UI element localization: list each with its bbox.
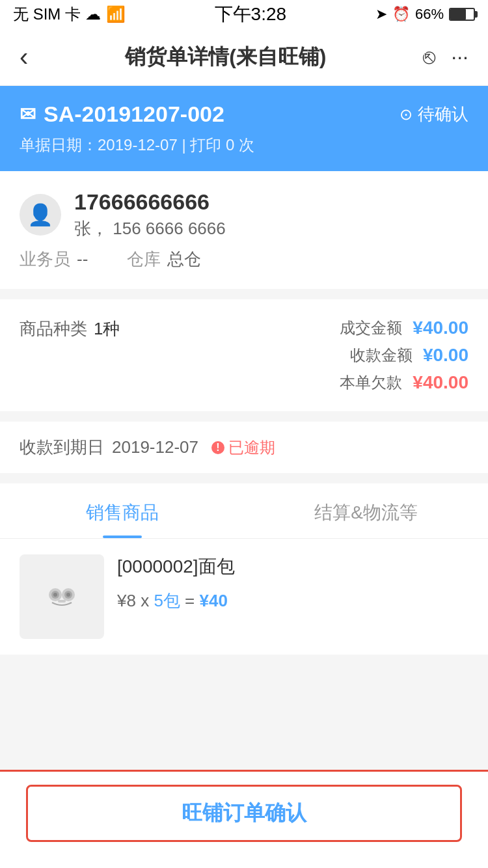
order-id: ✉ SA-20191207-002 — [20, 102, 224, 127]
due-date-card: 收款到期日 2019-12-07 ! 已逾期 — [0, 422, 488, 473]
status-bar-right: ➤ ⏰ 66% — [375, 6, 475, 23]
table-row: [0000002]面包 ¥8 x 5包 = ¥40 — [20, 554, 468, 639]
due-date-value: 2019-12-07 — [112, 437, 198, 457]
tabs: 销售商品 结算&物流等 — [0, 483, 488, 539]
goods-type-value: 1种 — [94, 318, 120, 340]
sales-detail: 业务员 -- — [20, 248, 88, 271]
order-date-label: 单据日期：2019-12-07 — [20, 136, 178, 154]
customer-alt-phone: 156 6666 6666 — [113, 219, 226, 238]
battery-icon — [449, 8, 475, 21]
product-name: [0000002]面包 — [117, 554, 468, 579]
balance-value: ¥40.00 — [413, 372, 468, 393]
transaction-value: ¥40.00 — [413, 318, 468, 338]
wifi-icon: 📶 — [106, 5, 126, 23]
order-icon: ✉ — [20, 103, 36, 126]
svg-point-4 — [53, 593, 57, 597]
location-icon: ➤ — [375, 6, 387, 23]
goods-type-label: 商品种类 — [20, 318, 87, 340]
tab-sales-label: 销售商品 — [86, 502, 159, 522]
clock-icon: ⊙ — [400, 105, 413, 124]
quantity: 5包 — [154, 591, 180, 610]
header-card-top: ✉ SA-20191207-002 ⊙ 待确认 — [20, 102, 468, 127]
due-date-label: 收款到期日 — [20, 436, 104, 459]
summary-left: 商品种类 1种 — [20, 318, 120, 340]
tab-sales-products[interactable]: 销售商品 — [0, 483, 244, 538]
header-card: ✉ SA-20191207-002 ⊙ 待确认 单据日期：2019-12-07 … — [0, 86, 488, 171]
product-info: [0000002]面包 ¥8 x 5包 = ¥40 — [117, 554, 468, 612]
alarm-icon: ⏰ — [392, 6, 410, 23]
summary-card: 商品种类 1种 成交金额 ¥40.00 收款金额 ¥0.00 本单欠款 ¥40.… — [0, 299, 488, 411]
total-amount: ¥40 — [200, 591, 228, 610]
page-title: 销货单详情(来自旺铺) — [125, 43, 326, 72]
customer-info: 17666666666 张， 156 6666 6666 — [74, 189, 226, 240]
bottom-space — [0, 655, 488, 759]
balance-label: 本单欠款 — [340, 372, 402, 393]
status-bar-left: 无 SIM 卡 ☁ 📶 — [13, 4, 126, 25]
status-bar: 无 SIM 卡 ☁ 📶 下午3:28 ➤ ⏰ 66% — [0, 0, 488, 29]
transaction-label: 成交金额 — [340, 318, 402, 338]
customer-name-label: 张， — [74, 219, 108, 238]
svg-rect-6 — [58, 600, 66, 603]
customer-phone: 17666666666 — [74, 189, 226, 215]
tab-settlement-label: 结算&物流等 — [314, 502, 418, 522]
sim-text: 无 SIM 卡 ☁ — [13, 4, 101, 25]
status-text: 待确认 — [418, 103, 468, 126]
warehouse-value: 总仓 — [167, 248, 201, 271]
product-image-icon — [39, 580, 85, 613]
received-label: 收款金额 — [350, 345, 413, 366]
overdue-badge: ! 已逾期 — [211, 437, 275, 458]
meta-separator: | — [182, 136, 190, 154]
customer-card: 👤 17666666666 张， 156 6666 6666 业务员 -- 仓库… — [0, 171, 488, 289]
summary-row: 商品种类 1种 成交金额 ¥40.00 收款金额 ¥0.00 本单欠款 ¥40.… — [20, 318, 468, 393]
avatar-icon: 👤 — [27, 202, 53, 227]
overdue-text: 已逾期 — [228, 437, 275, 458]
battery-text: 66% — [415, 6, 444, 23]
more-options-icon[interactable]: ··· — [451, 45, 468, 69]
sales-label: 业务员 — [20, 248, 70, 271]
tabs-container: 销售商品 结算&物流等 — [0, 483, 488, 539]
customer-details: 业务员 -- 仓库 总仓 — [20, 248, 468, 271]
tab-settlement[interactable]: 结算&物流等 — [244, 483, 488, 538]
order-id-text: SA-20191207-002 — [44, 102, 224, 127]
nav-actions: ⎋ ··· — [423, 45, 468, 69]
unit-price: ¥8 — [117, 591, 136, 610]
status-bar-time: 下午3:28 — [215, 2, 287, 27]
order-status: ⊙ 待确认 — [400, 103, 468, 126]
avatar: 👤 — [20, 194, 61, 236]
customer-header: 👤 17666666666 张， 156 6666 6666 — [20, 189, 468, 240]
warehouse-detail: 仓库 总仓 — [127, 248, 201, 271]
customer-name: 张， 156 6666 6666 — [74, 217, 226, 240]
nav-bar: ‹ 销货单详情(来自旺铺) ⎋ ··· — [0, 29, 488, 86]
product-price: ¥8 x 5包 = ¥40 — [117, 590, 468, 612]
multiply-sign: x — [141, 591, 154, 610]
order-meta: 单据日期：2019-12-07 | 打印 0 次 — [20, 135, 468, 156]
summary-right: 成交金额 ¥40.00 收款金额 ¥0.00 本单欠款 ¥40.00 — [340, 318, 468, 393]
confirm-order-button[interactable]: 旺铺订单确认 — [26, 785, 462, 842]
received-value: ¥0.00 — [423, 345, 468, 366]
transaction-amount-row: 成交金额 ¥40.00 — [340, 318, 468, 338]
product-thumbnail — [20, 554, 104, 639]
back-button[interactable]: ‹ — [20, 42, 28, 72]
svg-point-5 — [66, 593, 70, 597]
overdue-icon: ! — [211, 441, 224, 454]
balance-amount-row: 本单欠款 ¥40.00 — [340, 372, 468, 393]
share-icon[interactable]: ⎋ — [423, 45, 435, 69]
warehouse-label: 仓库 — [127, 248, 161, 271]
order-print-label: 打印 0 次 — [190, 136, 254, 154]
confirm-btn-wrapper: 旺铺订单确认 — [0, 770, 488, 868]
received-amount-row: 收款金额 ¥0.00 — [350, 345, 468, 366]
sales-value: -- — [77, 249, 88, 269]
equals-sign: = — [185, 591, 199, 610]
product-list: [0000002]面包 ¥8 x 5包 = ¥40 — [0, 539, 488, 655]
battery-fill — [450, 9, 466, 20]
